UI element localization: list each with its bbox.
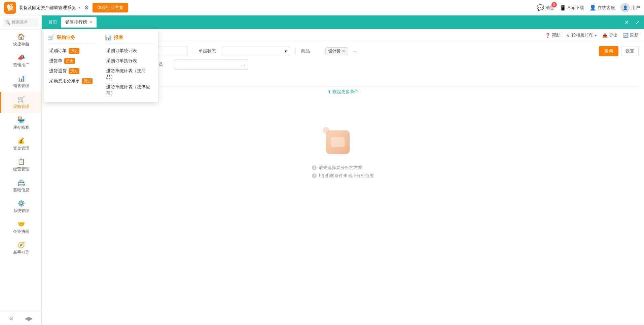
history-badge-1: 历史 xyxy=(69,48,79,54)
user-avatar-btn[interactable]: 👤 用户 xyxy=(620,3,640,12)
dropdown-item-goods-received[interactable]: 进货单 历史 xyxy=(48,56,97,66)
status-label: 单据状态 xyxy=(199,48,219,54)
operations-icon: 📋 xyxy=(17,158,25,165)
purchase-cost-label: 采购费用分摊单 xyxy=(49,78,80,84)
tab-close-icon[interactable]: ✕ xyxy=(89,20,93,25)
tab-sales-rank[interactable]: 销售排行榜 ✕ xyxy=(61,17,97,28)
message-btn[interactable]: 💬 消息 9 xyxy=(537,4,554,11)
export-btn[interactable]: 📤 导出 xyxy=(602,32,618,38)
settings-btn[interactable]: 设置 xyxy=(621,46,639,56)
online-service-btn[interactable]: 👤 在线客服 xyxy=(589,4,615,11)
sidebar-item-enterprise[interactable]: 🤝 企业协同 xyxy=(0,217,41,238)
sidebar-item-finance[interactable]: 💰 资金管理 xyxy=(0,134,41,155)
goods-tag: 设计费 ✕ xyxy=(325,47,348,55)
dropdown-item-purchase-order-exec[interactable]: 采购订单执行表 xyxy=(105,56,154,66)
dropdown-columns: 🛒 采购业务 采购订单 历史 进货单 历史 进货退货 历史 采购费用分摊单 历史 xyxy=(44,33,158,98)
sidebar-item-marketing[interactable]: 📣 营销推广 xyxy=(0,50,41,71)
query-btn[interactable]: 查询 xyxy=(599,46,618,56)
history-badge-3: 历史 xyxy=(69,68,79,74)
export-icon: 📤 xyxy=(602,33,608,38)
sidebar-search-area[interactable]: 🔍 搜索菜单 xyxy=(0,15,41,30)
dropdown-item-purchase-cost[interactable]: 采购费用分摊单 历史 xyxy=(48,76,97,86)
reports-col-icon: 📊 xyxy=(105,34,112,41)
hint-text-1: 请先选择要分析的方案 xyxy=(319,165,362,171)
reports-col-label: 报表 xyxy=(114,35,123,41)
sidebar-item-label: 采购管理 xyxy=(13,104,29,110)
hint-text-2: 用[过滤]条件来缩小分析范围 xyxy=(319,173,373,179)
sidebar-settings-icon[interactable]: ⚙ xyxy=(9,315,13,322)
goods-tag-close[interactable]: ✕ xyxy=(342,49,345,53)
help-icon: ❓ xyxy=(545,33,550,38)
system-icon: ⚙️ xyxy=(17,200,25,207)
goods-tag-value: 设计费 xyxy=(328,48,341,54)
sidebar-item-label: 系统管理 xyxy=(13,208,29,214)
status-select[interactable]: ▾ xyxy=(223,46,290,56)
salesman-arrow: ··· xyxy=(241,62,245,67)
sidebar-item-sales[interactable]: 📊 销售管理 xyxy=(0,71,41,92)
tab-home-label: 首页 xyxy=(48,19,57,25)
refresh-btn[interactable]: 🔄 刷新 xyxy=(623,32,639,38)
sidebar-item-label: 营销推广 xyxy=(13,62,29,68)
empty-hints: 1 请先选择要分析的方案 2 用[过滤]条件来缩小分析范围 xyxy=(312,165,373,181)
dropdown-item-goods-stats-product[interactable]: 进货单统计表（按商品） xyxy=(105,66,154,82)
app-download-btn[interactable]: 📱 App下载 xyxy=(560,4,584,11)
finance-icon: 💰 xyxy=(17,137,25,145)
dropdown-reports-title: 📊 报表 xyxy=(105,33,154,44)
dropdown-item-purchase-order[interactable]: 采购订单 历史 xyxy=(48,46,97,56)
sidebar-item-operations[interactable]: 📋 经营管理 xyxy=(0,155,41,175)
purchase-order-stats-label: 采购订单统计表 xyxy=(106,48,137,54)
top-nav-left: 畅 装备及固定资产辅助管理系统 ▾ ⚙ 体验行业方案 xyxy=(4,2,537,14)
sidebar-collapse-icon[interactable]: ◀▶ xyxy=(25,315,33,322)
sidebar-item-inventory[interactable]: 🏪 库存核算 xyxy=(0,113,41,134)
dropdown-purchase-col: 🛒 采购业务 采购订单 历史 进货单 历史 进货退货 历史 采购费用分摊单 历史 xyxy=(44,33,101,98)
sidebar-item-quick-nav[interactable]: 🏠 快捷导航 xyxy=(0,30,41,50)
sidebar-search-label: 搜索菜单 xyxy=(12,19,28,25)
refresh-label: 刷新 xyxy=(630,32,639,38)
dropdown-item-purchase-order-stats[interactable]: 采购订单统计表 xyxy=(105,46,154,56)
tab-close-all-icon[interactable]: ✕ xyxy=(622,18,631,26)
help-btn[interactable]: ❓ 帮助 xyxy=(545,32,561,38)
sidebar-item-purchase[interactable]: 🛒 采购管理 xyxy=(0,92,41,113)
goods-stats-product-label: 进货单统计表（按商品） xyxy=(106,68,153,80)
salesman-select[interactable]: ··· xyxy=(174,59,248,70)
tab-home[interactable]: 首页 xyxy=(44,17,61,28)
tab-bar-right: ✕ ⤢ xyxy=(622,18,641,26)
divider-2 xyxy=(295,48,296,54)
dropdown-item-goods-stats-supplier[interactable]: 进货单统计表（按供应商） xyxy=(105,82,154,98)
app-download-label: App下载 xyxy=(568,5,584,11)
sidebar-item-label: 经营管理 xyxy=(13,166,29,172)
guide-icon: 🧭 xyxy=(17,241,25,249)
purchase-order-label: 采购订单 xyxy=(49,48,67,54)
print-btn[interactable]: 🖨 按模板打印 ▾ xyxy=(566,32,597,38)
goods-more-btn[interactable]: ··· xyxy=(352,48,356,54)
refresh-icon: 🔄 xyxy=(623,33,629,38)
sidebar-item-system[interactable]: ⚙️ 系统管理 xyxy=(0,196,41,217)
sidebar: 🔍 搜索菜单 🏠 快捷导航 📣 营销推广 📊 销售管理 🛒 采购管理 🏪 库存核… xyxy=(0,15,42,325)
tab-bar: 首页 销售排行榜 ✕ ✕ ⤢ xyxy=(42,15,644,29)
sidebar-item-label: 库存核算 xyxy=(13,125,29,130)
system-settings-icon[interactable]: ⚙ xyxy=(82,3,91,12)
notification-badge: 9 xyxy=(551,2,557,7)
sidebar-item-label: 企业协同 xyxy=(13,229,29,235)
dropdown-item-goods-return[interactable]: 进货退货 历史 xyxy=(48,66,97,76)
goods-label: 商品 xyxy=(301,48,321,54)
tab-maximize-icon[interactable]: ⤢ xyxy=(633,18,641,26)
marketing-icon: 📣 xyxy=(17,54,25,61)
system-dropdown-arrow[interactable]: ▾ xyxy=(78,5,80,10)
industry-btn[interactable]: 体验行业方案 xyxy=(93,3,128,12)
history-badge-2: 历史 xyxy=(64,58,75,64)
top-nav-right: 💬 消息 9 📱 App下载 👤 在线客服 👤 用户 xyxy=(537,3,640,12)
export-label: 导出 xyxy=(609,32,618,38)
dropdown-reports-col: 📊 报表 采购订单统计表 采购订单执行表 进货单统计表（按商品） 进货单统计表（… xyxy=(101,33,158,98)
quick-nav-icon: 🏠 xyxy=(17,33,25,40)
help-label: 帮助 xyxy=(552,32,561,38)
system-title: 装备及固定资产辅助管理系统 xyxy=(19,5,76,11)
sidebar-item-basic-info[interactable]: 📇 基础信息 xyxy=(0,175,41,196)
sidebar-item-label: 新手引导 xyxy=(13,250,29,255)
sidebar-item-label: 资金管理 xyxy=(13,146,29,151)
sidebar-search-btn[interactable]: 🔍 搜索菜单 xyxy=(3,18,39,27)
inventory-icon: 🏪 xyxy=(17,116,25,124)
sidebar-item-guide[interactable]: 🧭 新手引导 xyxy=(0,238,41,259)
sidebar-bottom: ⚙ ◀▶ xyxy=(0,312,41,325)
sidebar-item-label: 基础信息 xyxy=(13,187,29,193)
